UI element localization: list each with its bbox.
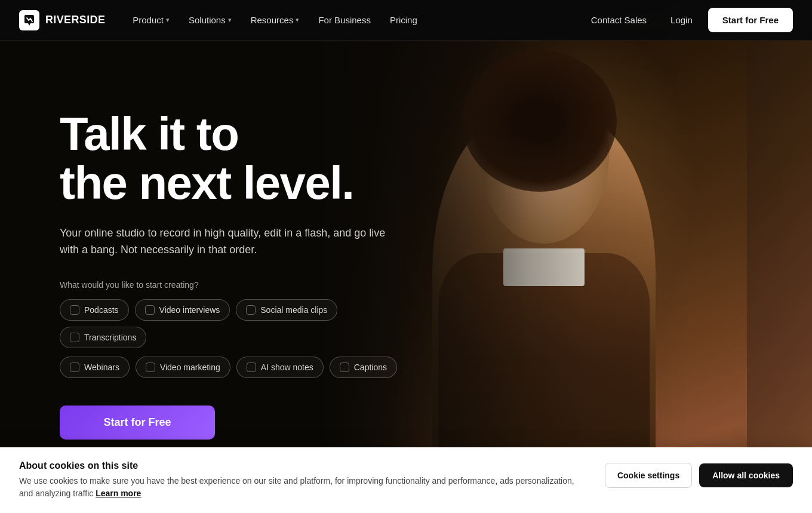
nav-item-pricing[interactable]: Pricing — [382, 10, 426, 30]
hero-content: Talk it to the next level. Your online s… — [0, 41, 430, 513]
logo-text: RIVERSIDE — [45, 14, 105, 26]
chip-checkbox-webinars — [70, 363, 79, 372]
cookie-body: We use cookies to make sure you have the… — [19, 475, 590, 500]
create-question: What would you like to start creating? — [60, 280, 401, 290]
chevron-down-icon: ▾ — [228, 16, 232, 24]
chip-captions[interactable]: Captions — [330, 357, 397, 378]
allow-all-cookies-button[interactable]: Allow all cookies — [699, 463, 793, 487]
cookie-banner: About cookies on this site We use cookie… — [0, 447, 812, 513]
chips-row-2: Webinars Video marketing AI show notes C… — [60, 357, 401, 378]
logo[interactable]: RIVERSIDE — [19, 10, 105, 30]
hero-start-for-free-button[interactable]: Start for Free — [60, 406, 215, 440]
chip-transcriptions[interactable]: Transcriptions — [60, 327, 146, 348]
login-link[interactable]: Login — [662, 10, 701, 30]
chip-checkbox-captions — [340, 363, 349, 372]
chip-webinars[interactable]: Webinars — [60, 357, 130, 378]
nav-links: Product ▾ Solutions ▾ Resources ▾ For Bu… — [124, 10, 426, 30]
nav-item-solutions[interactable]: Solutions ▾ — [180, 10, 240, 30]
hero-subtitle: Your online studio to record in high qua… — [60, 225, 401, 259]
cookie-settings-button[interactable]: Cookie settings — [605, 463, 692, 488]
hero-title: Talk it to the next level. — [60, 110, 401, 208]
cookie-title: About cookies on this site — [19, 460, 590, 471]
nav-start-for-free-button[interactable]: Start for Free — [708, 8, 793, 32]
nav-right: Contact Sales Login Start for Free — [583, 8, 793, 32]
navbar: RIVERSIDE Product ▾ Solutions ▾ Resource… — [0, 0, 812, 41]
nav-item-resources[interactable]: Resources ▾ — [242, 10, 308, 30]
cookie-actions: Cookie settings Allow all cookies — [605, 463, 793, 488]
chip-checkbox-transcriptions — [70, 333, 79, 342]
hero-section: Talk it to the next level. Your online s… — [0, 0, 812, 513]
chevron-down-icon: ▾ — [296, 16, 299, 24]
chip-checkbox-video-interviews — [145, 305, 155, 315]
cookie-learn-more-link[interactable]: Learn more — [96, 489, 141, 498]
chip-checkbox-ai-show-notes — [247, 363, 256, 372]
nav-item-for-business[interactable]: For Business — [310, 10, 379, 30]
chip-checkbox-social-media-clips — [246, 305, 256, 315]
chip-social-media-clips[interactable]: Social media clips — [236, 299, 337, 321]
nav-item-product[interactable]: Product ▾ — [124, 10, 178, 30]
chip-podcasts[interactable]: Podcasts — [60, 299, 129, 321]
logo-icon — [19, 10, 39, 30]
nav-left: RIVERSIDE Product ▾ Solutions ▾ Resource… — [19, 10, 426, 30]
chip-video-interviews[interactable]: Video interviews — [135, 299, 230, 321]
contact-sales-link[interactable]: Contact Sales — [583, 10, 655, 30]
chevron-down-icon: ▾ — [166, 16, 170, 24]
chips-row-1: Podcasts Video interviews Social media c… — [60, 299, 401, 348]
chip-ai-show-notes[interactable]: AI show notes — [236, 357, 324, 378]
chip-checkbox-podcasts — [70, 305, 79, 315]
chip-checkbox-video-marketing — [146, 363, 155, 372]
cookie-text-block: About cookies on this site We use cookie… — [19, 460, 590, 500]
chip-video-marketing[interactable]: Video marketing — [136, 357, 230, 378]
